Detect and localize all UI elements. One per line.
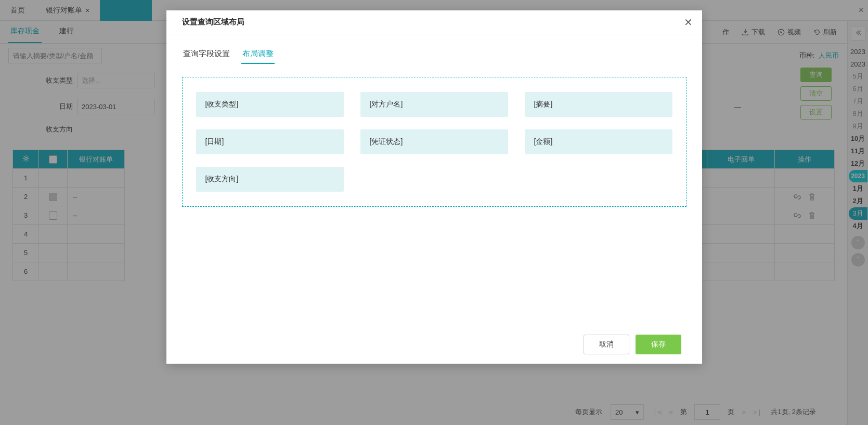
cancel-button-label: 取消 [599,340,614,349]
layout-item[interactable]: [收支类型] [196,92,344,117]
modal-tab-layout-label: 布局调整 [242,49,274,58]
modal-header: 设置查询区域布局 ✕ [166,10,702,34]
layout-item[interactable]: [日期] [196,129,344,154]
modal-tab-fields[interactable]: 查询字段设置 [182,45,231,64]
cancel-button[interactable]: 取消 [584,335,629,354]
modal-close-button[interactable]: ✕ [684,16,693,29]
modal-tab-fields-label: 查询字段设置 [183,49,230,58]
modal-overlay[interactable]: 设置查询区域布局 ✕ 查询字段设置 布局调整 [收支类型][对方户名][摘要][… [0,0,868,425]
layout-item[interactable]: [金额] [525,129,672,154]
modal-title: 设置查询区域布局 [182,17,244,27]
save-button-label: 保存 [651,340,666,349]
modal-body: 查询字段设置 布局调整 [收支类型][对方户名][摘要][日期][凭证状态][金… [166,34,702,325]
layout-item[interactable]: [收支方向] [196,167,344,192]
save-button[interactable]: 保存 [636,335,681,354]
layout-item[interactable]: [摘要] [525,92,672,117]
modal-footer: 取消 保存 [166,325,702,364]
layout-settings-modal: 设置查询区域布局 ✕ 查询字段设置 布局调整 [收支类型][对方户名][摘要][… [166,10,702,364]
layout-area[interactable]: [收支类型][对方户名][摘要][日期][凭证状态][金额][收支方向] [182,77,686,207]
close-icon: ✕ [684,17,693,28]
modal-tab-layout[interactable]: 布局调整 [241,45,275,64]
modal-tabs: 查询字段设置 布局调整 [182,45,686,64]
layout-item[interactable]: [对方户名] [360,92,508,117]
layout-item[interactable]: [凭证状态] [360,129,508,154]
